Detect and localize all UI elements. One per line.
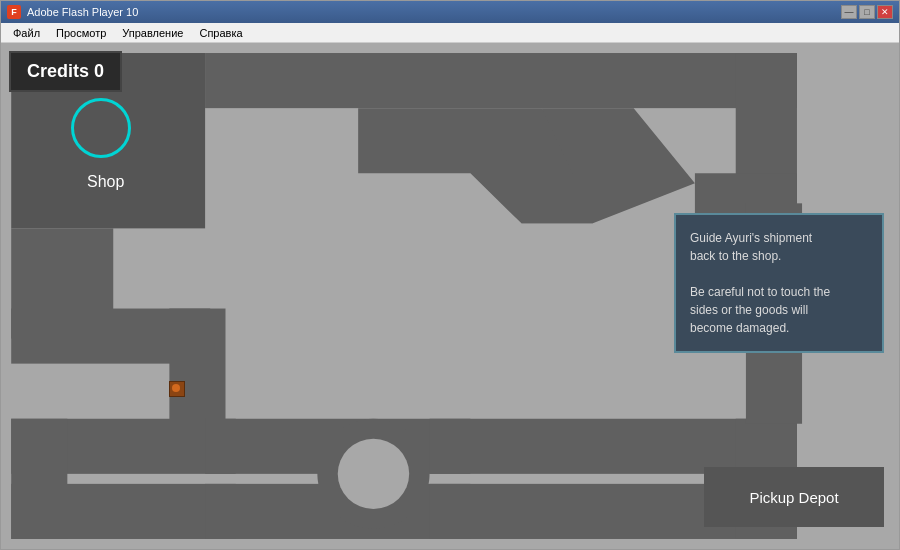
info-line6: become damaged. bbox=[690, 321, 789, 335]
credits-text: Credits 0 bbox=[27, 61, 104, 81]
pickup-depot: Pickup Depot bbox=[704, 467, 884, 527]
player-character bbox=[169, 381, 185, 397]
info-line1: Guide Ayuri's shipment bbox=[690, 231, 812, 245]
shop-label: Shop bbox=[87, 173, 124, 191]
title-bar-left: F Adobe Flash Player 10 bbox=[7, 5, 138, 19]
shop-circle bbox=[71, 98, 131, 158]
info-line5: sides or the goods will bbox=[690, 303, 808, 317]
menu-bar: Файл Просмотр Управление Справка bbox=[1, 23, 899, 43]
minimize-button[interactable]: — bbox=[841, 5, 857, 19]
svg-rect-0 bbox=[205, 53, 797, 108]
close-button[interactable]: ✕ bbox=[877, 5, 893, 19]
svg-point-15 bbox=[338, 439, 409, 509]
menu-file[interactable]: Файл bbox=[5, 25, 48, 41]
menu-control[interactable]: Управление bbox=[114, 25, 191, 41]
window-controls: — □ ✕ bbox=[841, 5, 893, 19]
window-title: Adobe Flash Player 10 bbox=[27, 6, 138, 18]
menu-view[interactable]: Просмотр bbox=[48, 25, 114, 41]
info-line4: Be careful not to touch the bbox=[690, 285, 830, 299]
title-bar: F Adobe Flash Player 10 — □ ✕ bbox=[1, 1, 899, 23]
info-line2: back to the shop. bbox=[690, 249, 781, 263]
game-area: Credits 0 Shop Guide Ayuri's shipment ba… bbox=[1, 43, 899, 549]
window: F Adobe Flash Player 10 — □ ✕ Файл Просм… bbox=[0, 0, 900, 550]
pickup-label: Pickup Depot bbox=[749, 489, 838, 506]
svg-rect-11 bbox=[11, 484, 236, 539]
maximize-button[interactable]: □ bbox=[859, 5, 875, 19]
info-box: Guide Ayuri's shipment back to the shop.… bbox=[674, 213, 884, 353]
app-icon: F bbox=[7, 5, 21, 19]
menu-help[interactable]: Справка bbox=[191, 25, 250, 41]
credits-box: Credits 0 bbox=[9, 51, 122, 92]
